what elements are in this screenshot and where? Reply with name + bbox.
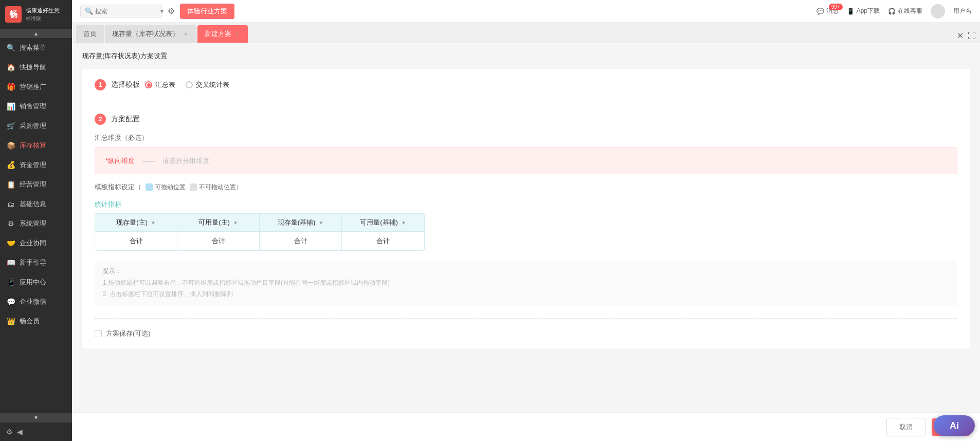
operations-icon: 📋 bbox=[6, 180, 15, 189]
search-input[interactable] bbox=[95, 8, 157, 15]
legend-draggable-item: 可拖动位置 bbox=[146, 183, 186, 192]
brand-name: 畅康通好生意 bbox=[26, 7, 60, 14]
basic-info-icon: 🗂 bbox=[6, 199, 15, 209]
step1-header: 1 选择模板 汇总表 交叉统计表 bbox=[95, 79, 957, 90]
search-box[interactable]: 🔍 ▼ bbox=[80, 5, 162, 17]
stats-col-2-header-label: 现存量(基辅) bbox=[278, 218, 316, 227]
stats-col-0-header[interactable]: 现存量(主) ▼ bbox=[95, 214, 177, 232]
step2-header: 2 方案配置 bbox=[95, 114, 957, 125]
sidebar-item-quick-nav[interactable]: 🏠 快捷导航 bbox=[0, 58, 72, 77]
stats-col-3: 可用量(基辅) ▼ 合计 bbox=[342, 214, 424, 250]
sidebar-item-search-menu[interactable]: 🔍 搜索菜单 bbox=[0, 38, 72, 58]
dim-required-marker: *纵向维度 bbox=[105, 156, 135, 166]
sidebar-item-basic-info[interactable]: 🗂 基础信息 bbox=[0, 194, 72, 214]
search-icon: 🔍 bbox=[85, 7, 93, 15]
indicator-settings: 模板指标设定（ 可拖动位置 不可拖动位置） bbox=[95, 182, 957, 192]
settings-footer-btn[interactable]: ⚙ bbox=[6, 428, 13, 436]
new-guide-icon: 📖 bbox=[6, 258, 15, 267]
step1-section: 1 选择模板 汇总表 交叉统计表 bbox=[95, 79, 957, 90]
tips-section: 提示： 1.拖动标题栏可以调整布局，不可跨维度或指标区域拖动栏目字段(只能在同一… bbox=[95, 261, 957, 306]
collapse-footer-btn[interactable]: ◀ bbox=[17, 428, 23, 436]
username-label: 用户名 bbox=[953, 7, 972, 15]
sidebar-item-members[interactable]: 👑 畅会员 bbox=[0, 311, 72, 331]
ai-fab-button[interactable]: Ai bbox=[934, 415, 975, 436]
sidebar-nav: 🔍 搜索菜单 🏠 快捷导航 🎁 营销推广 📊 销售管理 🛒 采购管理 📦 库存核… bbox=[0, 38, 72, 413]
stats-col-2-header[interactable]: 现存量(基辅) ▼ bbox=[260, 214, 341, 232]
online-service-btn[interactable]: 🎧 在线客服 bbox=[888, 7, 922, 15]
sidebar: 畅 畅康通好生意 标准版 ▲ 🔍 搜索菜单 🏠 快捷导航 🎁 营销推广 📊 销售… bbox=[0, 0, 72, 441]
sidebar-item-enterprise-wechat-label: 企业微信 bbox=[20, 297, 46, 306]
finance-icon: 💰 bbox=[6, 160, 15, 170]
tab-home[interactable]: 首页 bbox=[76, 25, 104, 43]
tab-expand-icon[interactable]: ⛶ bbox=[968, 31, 976, 41]
sidebar-item-sales-label: 销售管理 bbox=[20, 102, 46, 111]
tab-new-scheme-label: 新建方案 bbox=[205, 29, 231, 39]
stats-col-0-chevron[interactable]: ▼ bbox=[151, 220, 156, 226]
sidebar-item-purchase[interactable]: 🛒 采购管理 bbox=[0, 116, 72, 136]
system-icon: ⚙ bbox=[6, 219, 15, 228]
step2-title: 方案配置 bbox=[111, 115, 140, 124]
stats-section-label: 统计指标 bbox=[95, 200, 957, 209]
sidebar-item-app-center[interactable]: 📱 应用中心 bbox=[0, 272, 72, 292]
sidebar-item-enterprise-wechat[interactable]: 💬 企业微信 bbox=[0, 292, 72, 311]
tab-inventory-close-icon[interactable]: × bbox=[182, 30, 189, 38]
sidebar-item-search-menu-label: 搜索菜单 bbox=[20, 43, 46, 52]
sidebar-item-members-label: 畅会员 bbox=[20, 317, 40, 326]
stats-col-1-header[interactable]: 可用量(主) ▼ bbox=[177, 214, 259, 232]
stats-col-2: 现存量(基辅) ▼ 合计 bbox=[260, 214, 342, 250]
tab-new-scheme-close-icon[interactable]: × bbox=[233, 30, 241, 38]
corporate-icon: 🤝 bbox=[6, 238, 15, 248]
sidebar-item-finance[interactable]: 💰 资金管理 bbox=[0, 155, 72, 175]
sidebar-item-new-guide[interactable]: 📖 新手引导 bbox=[0, 253, 72, 272]
tab-home-label: 首页 bbox=[83, 29, 97, 39]
trial-btn[interactable]: 体验行业方案 bbox=[180, 4, 234, 19]
summary-dim-label: 汇总维度（必选） bbox=[95, 133, 957, 142]
online-service-label: 在线客服 bbox=[898, 7, 922, 15]
sidebar-item-sales[interactable]: 📊 销售管理 bbox=[0, 97, 72, 116]
ai-fab-label: Ai bbox=[950, 420, 959, 431]
search-chevron-icon[interactable]: ▼ bbox=[159, 8, 165, 15]
sidebar-item-system[interactable]: ⚙ 系统管理 bbox=[0, 214, 72, 233]
dim-placeholder[interactable]: 请选择分组维度 bbox=[162, 156, 209, 166]
radio-summary[interactable]: 汇总表 bbox=[145, 80, 175, 89]
radio-cross[interactable]: 交叉统计表 bbox=[186, 80, 229, 89]
tab-close-icon[interactable]: ✕ bbox=[957, 31, 964, 41]
messages-btn[interactable]: 💬 消息 99+ bbox=[816, 7, 839, 15]
app-download-btn[interactable]: 📱 App下载 bbox=[847, 7, 880, 15]
sidebar-item-marketing[interactable]: 🎁 营销推广 bbox=[0, 77, 72, 97]
stats-col-0-header-label: 现存量(主) bbox=[116, 218, 148, 227]
stats-col-2-chevron[interactable]: ▼ bbox=[318, 220, 323, 226]
save-checkbox[interactable] bbox=[95, 330, 102, 337]
stats-col-3-chevron[interactable]: ▼ bbox=[401, 220, 406, 226]
marketing-icon: 🎁 bbox=[6, 82, 15, 91]
tab-inventory[interactable]: 现存量（库存状况表） × bbox=[105, 25, 196, 43]
sidebar-item-corporate[interactable]: 🤝 企业协同 bbox=[0, 233, 72, 253]
stats-col-3-header-label: 可用量(基辅) bbox=[360, 218, 398, 227]
stats-col-1-header-label: 可用量(主) bbox=[198, 218, 230, 227]
brand-area: 畅 畅康通好生意 标准版 bbox=[0, 0, 72, 29]
sidebar-item-operations-label: 经营管理 bbox=[20, 180, 46, 189]
brand-icon: 畅 bbox=[5, 6, 22, 23]
legend-non-draggable-box bbox=[190, 183, 197, 191]
app-center-icon: 📱 bbox=[6, 278, 15, 287]
stats-col-1-chevron[interactable]: ▼ bbox=[233, 220, 238, 226]
user-avatar bbox=[931, 4, 945, 19]
members-icon: 👑 bbox=[6, 317, 15, 326]
stats-table: 现存量(主) ▼ 合计 可用量(主) ▼ 合计 bbox=[95, 213, 425, 251]
sales-icon: 📊 bbox=[6, 102, 15, 111]
stats-col-3-body: 合计 bbox=[342, 232, 424, 250]
main-area: 🔍 ▼ ⚙ 体验行业方案 💬 消息 99+ 📱 App下载 🎧 在线客服 用户名 bbox=[72, 0, 980, 441]
sidebar-scroll-down[interactable]: ▼ bbox=[0, 413, 72, 422]
indicator-settings-label: 模板指标设定（ 可拖动位置 不可拖动位置） bbox=[95, 182, 957, 192]
tip-item-1: 2. 点击标题栏下拉可设置排序、插入列和删除列 bbox=[103, 289, 949, 300]
content-area: 现存量(库存状况表)方案设置 1 选择模板 汇总表 交叉统计表 bbox=[72, 43, 980, 412]
save-option: 方案保存(可选) bbox=[95, 329, 957, 338]
tab-new-scheme[interactable]: 新建方案 × bbox=[197, 25, 248, 43]
sidebar-scroll-up[interactable]: ▲ bbox=[0, 29, 72, 38]
stats-col-3-header[interactable]: 可用量(基辅) ▼ bbox=[342, 214, 424, 232]
cancel-button[interactable]: 取消 bbox=[886, 418, 925, 436]
topbar-settings-icon[interactable]: ⚙ bbox=[168, 6, 175, 16]
sidebar-item-inventory[interactable]: 📦 库存核算 bbox=[0, 136, 72, 155]
template-radio-group: 汇总表 交叉统计表 bbox=[145, 80, 229, 89]
sidebar-item-operations[interactable]: 📋 经营管理 bbox=[0, 175, 72, 194]
